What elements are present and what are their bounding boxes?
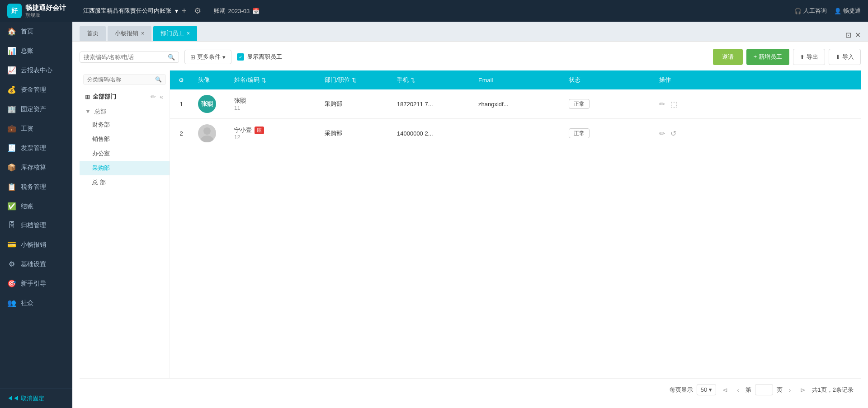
- row2-index: 2: [170, 119, 193, 148]
- dept-child-hq2[interactable]: 总 部: [80, 175, 170, 190]
- dept-tree: 🔍 ⊞ 全部部门 ✏ « ▼ 总部: [80, 70, 170, 378]
- row2-email: [473, 119, 563, 148]
- sidebar-item-label: 归档管理: [21, 221, 46, 230]
- sidebar-item-expense[interactable]: 💳 小畅报销: [0, 235, 72, 254]
- resign-checkbox[interactable]: ✓: [237, 53, 244, 61]
- row1-avatar: 张熙: [193, 89, 229, 119]
- add-tab-button[interactable]: +: [178, 6, 190, 16]
- dept-search-box[interactable]: 🔍: [83, 74, 166, 85]
- period-selector[interactable]: 账期 2023-03 📅: [214, 7, 260, 15]
- tab-home[interactable]: 首页: [80, 26, 106, 41]
- sidebar-item-community[interactable]: 👥 社众: [0, 293, 72, 313]
- th-name[interactable]: 姓名/编码 ⇅: [229, 70, 319, 89]
- th-dept[interactable]: 部门/职位 ⇅: [319, 70, 392, 89]
- sidebar-item-label: 结账: [21, 202, 33, 211]
- sidebar-item-archive[interactable]: 🗄 归档管理: [0, 216, 72, 235]
- th-phone[interactable]: 手机 ⇅: [392, 70, 473, 89]
- page-last-button[interactable]: ⊳: [797, 385, 808, 395]
- collapse-arrow-icon: ▼: [85, 108, 91, 115]
- sidebar-item-tax[interactable]: 📋 税务管理: [0, 177, 72, 197]
- th-avatar: 头像: [193, 70, 229, 89]
- row2-delete-icon[interactable]: ↺: [670, 129, 676, 138]
- page-size-chevron-icon: ▾: [709, 386, 712, 393]
- row2-edit-icon[interactable]: ✏: [659, 129, 665, 138]
- archive-icon: 🗄: [7, 221, 16, 230]
- dept-child-office[interactable]: 办公室: [80, 146, 170, 161]
- row1-edit-icon[interactable]: ✏: [659, 100, 665, 108]
- filter-button[interactable]: ⊞ 更多条件 ▾: [184, 50, 231, 64]
- dept-search-input[interactable]: [87, 76, 155, 83]
- invite-button[interactable]: 邀请: [713, 49, 743, 65]
- tab-employee[interactable]: 部门员工 ×: [153, 26, 197, 41]
- import-button[interactable]: ⬇ 导入: [829, 49, 861, 65]
- row1-status-badge: 正常: [569, 99, 590, 109]
- tab-restore-button[interactable]: ⊡: [845, 31, 851, 39]
- dept-office-label: 办公室: [92, 150, 110, 157]
- dept-child-finance[interactable]: 财务部: [80, 117, 170, 132]
- page-next-button[interactable]: ›: [786, 385, 794, 395]
- sidebar-item-label: 基础设置: [21, 260, 46, 268]
- sidebar-item-reports[interactable]: 📈 云报表中心: [0, 61, 72, 80]
- tab-expense[interactable]: 小畅报销 ×: [108, 26, 151, 41]
- sidebar-item-salary[interactable]: 💼 工资: [0, 119, 72, 138]
- sidebar-item-home[interactable]: 🏠 首页: [0, 22, 72, 41]
- row2-status-badge: 正常: [569, 128, 590, 138]
- dept-parent-hq: ▼ 总部: [80, 105, 170, 117]
- export-label: 导出: [807, 53, 818, 61]
- page-content: 🔍 ⊞ 更多条件 ▾ ✓ 显示离职员工 邀请 + 新增员工 ⬆ 导出: [72, 42, 868, 408]
- split-layout: 🔍 ⊞ 全部部门 ✏ « ▼ 总部: [80, 70, 861, 378]
- export-button[interactable]: ⬆ 导出: [793, 49, 825, 65]
- show-resign-toggle[interactable]: ✓ 显示离职员工: [237, 53, 282, 61]
- row1-exit-icon[interactable]: ⬚: [670, 100, 677, 108]
- page-input[interactable]: 1: [755, 384, 773, 395]
- search-icon: 🔍: [168, 54, 175, 61]
- sidebar-item-inventory[interactable]: 📦 库存核算: [0, 158, 72, 177]
- company-name: 江西服宝精品有限责任公司内账张: [83, 7, 171, 15]
- search-input[interactable]: [84, 54, 165, 61]
- add-employee-button[interactable]: + 新增员工: [746, 49, 789, 65]
- row1-code: 11: [234, 105, 314, 111]
- sidebar-item-assets[interactable]: 🏢 固定资产: [0, 99, 72, 119]
- sidebar-item-label: 资金管理: [21, 86, 46, 94]
- all-dept-header[interactable]: ⊞ 全部部门 ✏ «: [80, 89, 170, 105]
- tab-close-all-button[interactable]: ✕: [855, 31, 861, 39]
- filter-icon: ⊞: [190, 54, 195, 61]
- settings-button[interactable]: ⚙: [190, 6, 205, 16]
- row2-phone: 14000000 2...: [392, 119, 473, 148]
- tab-employee-close[interactable]: ×: [187, 30, 190, 37]
- sidebar-item-settings[interactable]: ⚙ 基础设置: [0, 254, 72, 274]
- company-dropdown-icon[interactable]: ▾: [175, 7, 178, 14]
- gear-icon: ⚙: [7, 260, 16, 268]
- company-selector[interactable]: 江西服宝精品有限责任公司内账张 ▾: [83, 7, 178, 15]
- dept-child-purchase[interactable]: 采购部: [80, 161, 170, 175]
- tab-bar: 首页 小畅报销 × 部门员工 × ⊡ ✕: [72, 22, 868, 42]
- toolbar-right: 邀请 + 新增员工 ⬆ 导出 ⬇ 导入: [713, 49, 861, 65]
- import-icon: ⬇: [835, 54, 840, 61]
- sidebar-item-invoice[interactable]: 🧾 发票管理: [0, 138, 72, 158]
- page-prev-button[interactable]: ‹: [734, 385, 742, 395]
- tab-home-label: 首页: [87, 29, 99, 38]
- sidebar-unpin-button[interactable]: ◀◀ 取消固定: [0, 389, 72, 408]
- tab-expense-close[interactable]: ×: [141, 30, 144, 37]
- page-size-select[interactable]: 50 ▾: [697, 384, 716, 395]
- th-settings[interactable]: ⚙: [170, 70, 193, 89]
- row2-code: 12: [234, 134, 314, 141]
- user-account-button[interactable]: 👤 畅捷通: [834, 7, 861, 15]
- building-icon: 🏢: [7, 105, 16, 113]
- sort-icon-phone: ⇅: [410, 77, 415, 84]
- sidebar-item-guide[interactable]: 🎯 新手引导: [0, 274, 72, 293]
- dept-edit-button[interactable]: ✏: [150, 92, 157, 101]
- sidebar-item-close[interactable]: ✅ 结账: [0, 197, 72, 216]
- ledger-icon: 📊: [7, 47, 16, 55]
- calendar-icon[interactable]: 📅: [252, 8, 259, 14]
- sidebar-item-label: 发票管理: [21, 144, 46, 152]
- sidebar-item-funds[interactable]: 💰 资金管理: [0, 80, 72, 99]
- dept-collapse-button[interactable]: «: [159, 92, 164, 101]
- page-first-button[interactable]: ⊲: [720, 385, 731, 395]
- human-service-button[interactable]: 🎧 人工咨询: [794, 7, 827, 15]
- row2-avatar: [193, 119, 229, 148]
- sidebar-item-ledger[interactable]: 📊 总账: [0, 41, 72, 61]
- dept-child-sales[interactable]: 销售部: [80, 132, 170, 146]
- search-box[interactable]: 🔍: [80, 52, 179, 63]
- export-icon: ⬆: [800, 54, 805, 61]
